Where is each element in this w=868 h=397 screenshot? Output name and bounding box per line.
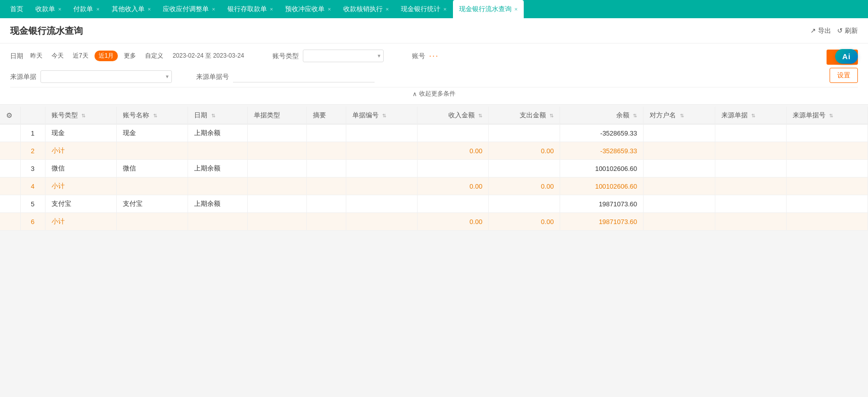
date-shortcuts: 昨天 今天 近7天 近1月 更多 自定义 — [27, 51, 166, 61]
table-row[interactable]: 4小计0.000.00100102606.60 — [0, 178, 868, 195]
th-income[interactable]: 收入金额 ⇅ — [417, 107, 488, 124]
account-dots-button[interactable]: ··· — [429, 52, 439, 61]
sort-icon: ⇅ — [211, 113, 215, 118]
table-area: ⚙ 账号类型 ⇅ 账号名称 ⇅ 日期 ⇅ 单据类型 — [0, 107, 868, 231]
th-doc-no[interactable]: 单据编号 ⇅ — [346, 107, 417, 124]
refresh-button[interactable]: ↺ 刷新 — [837, 26, 858, 35]
date-1month[interactable]: 近1月 — [95, 51, 118, 61]
collapse-up-icon: ∧ — [413, 91, 417, 98]
source-doc-no-input[interactable] — [233, 71, 375, 82]
th-summary: 摘要 — [306, 107, 346, 124]
th-settings[interactable]: ⚙ — [0, 107, 20, 124]
refresh-icon: ↺ — [837, 27, 843, 34]
close-icon[interactable]: × — [386, 6, 389, 12]
table-row[interactable]: 3微信微信上期余额100102606.60 — [0, 160, 868, 178]
table-row[interactable]: 6小计0.000.0019871073.60 — [0, 213, 868, 231]
close-icon[interactable]: × — [58, 6, 61, 12]
th-source-doc[interactable]: 来源单据 ⇅ — [715, 107, 786, 124]
th-row-num — [20, 107, 45, 124]
th-account-name[interactable]: 账号名称 ⇅ — [116, 107, 188, 124]
nav-tab-bankStats[interactable]: 现金银行统计 × — [395, 0, 452, 18]
nav-tab-writeOff[interactable]: 收款核销执行 × — [337, 0, 395, 18]
close-icon[interactable]: × — [328, 6, 331, 12]
ai-badge[interactable]: Ai — [835, 49, 858, 64]
th-expense[interactable]: 支出金额 ⇅ — [489, 107, 560, 124]
close-icon[interactable]: × — [515, 6, 518, 12]
sort-icon: ⇅ — [550, 113, 554, 118]
nav-tab-bankDeposit[interactable]: 银行存取款单 × — [221, 0, 279, 18]
th-doc-type: 单据类型 — [247, 107, 306, 124]
th-counterpart[interactable]: 对方户名 ⇅ — [644, 107, 715, 124]
sort-icon: ⇅ — [751, 113, 755, 118]
date-custom[interactable]: 自定义 — [142, 51, 166, 61]
close-icon[interactable]: × — [270, 6, 273, 12]
sort-icon: ⇅ — [153, 113, 157, 118]
gear-icon[interactable]: ⚙ — [6, 111, 13, 119]
sort-icon: ⇅ — [81, 113, 85, 118]
source-doc-no-group: 来源单据号 — [196, 71, 375, 82]
close-icon[interactable]: × — [96, 6, 99, 12]
nav-tab-preReceive[interactable]: 预收冲应收单 × — [279, 0, 337, 18]
account-group: 账号 ··· — [412, 52, 439, 61]
sort-icon: ⇅ — [478, 113, 482, 118]
account-type-select-wrapper: ▾ — [303, 50, 384, 62]
source-doc-label: 来源单据 — [10, 72, 36, 81]
filter-area: 日期 昨天 今天 近7天 近1月 更多 自定义 2023-02-24 至 202… — [0, 43, 868, 105]
top-navigation: 首页 收款单 × 付款单 × 其他收入单 × 应收应付调整单 × 银行存取款单 … — [0, 0, 868, 18]
th-balance[interactable]: 余额 ⇅ — [560, 107, 644, 124]
export-icon: ↗ — [810, 27, 816, 34]
date-label: 日期 — [10, 52, 23, 61]
data-table: ⚙ 账号类型 ⇅ 账号名称 ⇅ 日期 ⇅ 单据类型 — [0, 107, 868, 231]
account-type-select[interactable] — [303, 50, 384, 62]
page-title: 现金银行流水查询 — [10, 25, 83, 37]
date-filter-group: 日期 昨天 今天 近7天 近1月 更多 自定义 2023-02-24 至 202… — [10, 51, 244, 61]
sort-icon: ⇅ — [382, 113, 386, 118]
account-type-label: 账号类型 — [272, 52, 299, 61]
table-row[interactable]: 2小计0.000.00-3528659.33 — [0, 142, 868, 160]
header-actions: ↗ 导出 ↺ 刷新 — [810, 26, 858, 35]
th-date[interactable]: 日期 ⇅ — [188, 107, 247, 124]
date-range-display: 2023-02-24 至 2023-03-24 — [172, 52, 244, 60]
sort-icon: ⇅ — [633, 113, 637, 118]
th-source-doc-no[interactable]: 来源单据号 ⇅ — [786, 107, 867, 124]
table-row[interactable]: 5支付宝支付宝上期余额19871073.60 — [0, 195, 868, 213]
nav-tab-bankFlow[interactable]: 现金银行流水查询 × — [453, 0, 524, 18]
account-type-group: 账号类型 ▾ — [272, 50, 384, 62]
th-account-type[interactable]: 账号类型 ⇅ — [45, 107, 116, 124]
sort-icon: ⇅ — [829, 113, 833, 118]
table-row[interactable]: 1现金现金上期余额-3528659.33 — [0, 124, 868, 142]
source-doc-no-label: 来源单据号 — [196, 72, 229, 81]
source-doc-select[interactable] — [40, 70, 172, 83]
collapse-bar[interactable]: ∧ 收起更多条件 — [10, 87, 858, 100]
nav-tab-otherIncome[interactable]: 其他收入单 × — [106, 0, 157, 18]
settings-button[interactable]: 设置 — [830, 68, 858, 83]
nav-home[interactable]: 首页 — [4, 0, 29, 18]
nav-tab-adjust[interactable]: 应收应付调整单 × — [157, 0, 221, 18]
close-icon[interactable]: × — [443, 6, 446, 12]
table-header-row: ⚙ 账号类型 ⇅ 账号名称 ⇅ 日期 ⇅ 单据类型 — [0, 107, 868, 124]
source-doc-select-wrapper: ▾ — [40, 70, 172, 83]
nav-tab-fuKuanDan[interactable]: 付款单 × — [67, 0, 105, 18]
close-icon[interactable]: × — [148, 6, 151, 12]
account-label: 账号 — [412, 52, 425, 61]
nav-tab-shouKuanDan[interactable]: 收款单 × — [29, 0, 67, 18]
source-doc-group: 来源单据 ▾ — [10, 70, 172, 83]
sort-icon: ⇅ — [680, 113, 684, 118]
date-7days[interactable]: 近7天 — [70, 51, 92, 61]
date-today[interactable]: 今天 — [49, 51, 67, 61]
close-icon[interactable]: × — [212, 6, 215, 12]
date-yesterday[interactable]: 昨天 — [27, 51, 45, 61]
export-button[interactable]: ↗ 导出 — [810, 26, 831, 35]
page-header: 现金银行流水查询 ↗ 导出 ↺ 刷新 — [0, 18, 868, 43]
date-more[interactable]: 更多 — [121, 51, 139, 61]
